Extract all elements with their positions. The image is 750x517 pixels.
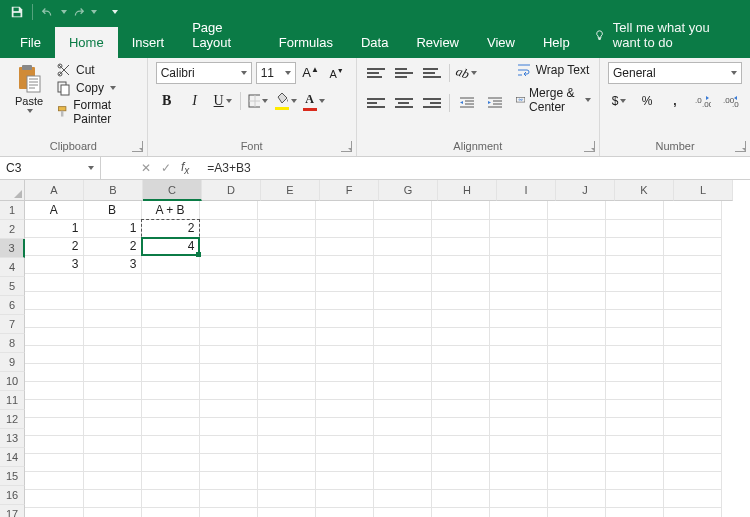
cell[interactable] bbox=[431, 363, 489, 381]
cell[interactable] bbox=[547, 507, 605, 517]
decrease-indent-button[interactable] bbox=[456, 92, 478, 114]
font-name-select[interactable]: Calibri bbox=[156, 62, 252, 84]
cell[interactable] bbox=[431, 381, 489, 399]
column-header[interactable]: A bbox=[25, 180, 84, 201]
cell[interactable] bbox=[25, 435, 83, 453]
cell[interactable] bbox=[315, 471, 373, 489]
comma-format-button[interactable]: , bbox=[664, 90, 686, 112]
cell[interactable] bbox=[663, 345, 721, 363]
cell[interactable] bbox=[663, 435, 721, 453]
cell[interactable] bbox=[199, 309, 257, 327]
cell[interactable] bbox=[489, 345, 547, 363]
cell[interactable] bbox=[547, 363, 605, 381]
cell[interactable] bbox=[83, 489, 141, 507]
cell[interactable] bbox=[25, 309, 83, 327]
cell[interactable] bbox=[257, 219, 315, 237]
bold-button[interactable]: B bbox=[156, 90, 178, 112]
cell[interactable] bbox=[489, 255, 547, 273]
cell[interactable] bbox=[83, 327, 141, 345]
cell[interactable] bbox=[257, 399, 315, 417]
cell[interactable] bbox=[489, 471, 547, 489]
cell[interactable]: 3 bbox=[25, 255, 83, 273]
cell[interactable] bbox=[141, 489, 199, 507]
cell[interactable] bbox=[257, 381, 315, 399]
cell[interactable] bbox=[547, 435, 605, 453]
cell[interactable] bbox=[199, 291, 257, 309]
cell[interactable] bbox=[257, 273, 315, 291]
cell[interactable] bbox=[431, 327, 489, 345]
tab-review[interactable]: Review bbox=[402, 27, 473, 58]
cell[interactable] bbox=[547, 201, 605, 219]
cell[interactable] bbox=[315, 417, 373, 435]
cell[interactable]: 2 bbox=[25, 237, 83, 255]
cell[interactable] bbox=[141, 435, 199, 453]
cell[interactable] bbox=[605, 327, 663, 345]
cell[interactable] bbox=[431, 273, 489, 291]
cell[interactable] bbox=[25, 291, 83, 309]
cell[interactable] bbox=[605, 399, 663, 417]
cell[interactable] bbox=[605, 471, 663, 489]
cell[interactable] bbox=[605, 363, 663, 381]
column-header[interactable]: K bbox=[615, 180, 674, 201]
increase-font-button[interactable]: A▲ bbox=[300, 62, 322, 84]
cell[interactable] bbox=[489, 381, 547, 399]
cell[interactable] bbox=[83, 345, 141, 363]
cell[interactable] bbox=[431, 471, 489, 489]
align-left-button[interactable] bbox=[365, 92, 387, 114]
cell[interactable] bbox=[257, 291, 315, 309]
cell[interactable] bbox=[373, 399, 431, 417]
cell[interactable] bbox=[489, 507, 547, 517]
cell[interactable] bbox=[83, 471, 141, 489]
name-box[interactable]: C3 bbox=[0, 157, 101, 180]
cell[interactable] bbox=[547, 489, 605, 507]
tab-home[interactable]: Home bbox=[55, 27, 118, 58]
row-header[interactable]: 2 bbox=[0, 220, 25, 239]
cell[interactable] bbox=[199, 435, 257, 453]
cell[interactable] bbox=[315, 255, 373, 273]
cell[interactable] bbox=[431, 237, 489, 255]
cell[interactable] bbox=[605, 291, 663, 309]
cell-grid[interactable]: ABA + B11222433 bbox=[25, 201, 733, 517]
cell[interactable] bbox=[83, 435, 141, 453]
cell[interactable] bbox=[257, 507, 315, 517]
cell[interactable] bbox=[663, 255, 721, 273]
cell[interactable] bbox=[663, 201, 721, 219]
cell[interactable] bbox=[663, 507, 721, 517]
tab-file[interactable]: File bbox=[6, 27, 55, 58]
cell[interactable] bbox=[373, 453, 431, 471]
tell-me[interactable]: Tell me what you want to do bbox=[584, 12, 750, 58]
cell[interactable] bbox=[199, 273, 257, 291]
cell[interactable] bbox=[257, 327, 315, 345]
cell[interactable] bbox=[373, 219, 431, 237]
row-header[interactable]: 7 bbox=[0, 315, 25, 334]
cell[interactable] bbox=[547, 471, 605, 489]
cell[interactable] bbox=[431, 453, 489, 471]
row-header[interactable]: 10 bbox=[0, 372, 25, 391]
cell[interactable] bbox=[199, 489, 257, 507]
tab-help[interactable]: Help bbox=[529, 27, 584, 58]
wrap-text-button[interactable]: Wrap Text bbox=[516, 62, 591, 78]
cell[interactable] bbox=[141, 453, 199, 471]
cell[interactable] bbox=[257, 345, 315, 363]
cell[interactable] bbox=[199, 363, 257, 381]
column-header[interactable]: L bbox=[674, 180, 733, 201]
cell[interactable] bbox=[141, 363, 199, 381]
undo-icon[interactable] bbox=[37, 1, 59, 23]
cell[interactable] bbox=[199, 417, 257, 435]
cell[interactable] bbox=[489, 399, 547, 417]
cell[interactable] bbox=[257, 363, 315, 381]
column-header[interactable]: G bbox=[379, 180, 438, 201]
cell[interactable] bbox=[83, 291, 141, 309]
cell[interactable] bbox=[25, 345, 83, 363]
cell[interactable] bbox=[257, 309, 315, 327]
fill-color-button[interactable] bbox=[275, 90, 297, 112]
cell[interactable] bbox=[25, 381, 83, 399]
cell[interactable] bbox=[663, 471, 721, 489]
tab-formulas[interactable]: Formulas bbox=[265, 27, 347, 58]
paste-button[interactable]: Paste bbox=[8, 62, 50, 115]
cell[interactable] bbox=[315, 219, 373, 237]
cell[interactable] bbox=[547, 291, 605, 309]
cell[interactable] bbox=[25, 489, 83, 507]
cell[interactable] bbox=[605, 345, 663, 363]
cell[interactable] bbox=[25, 417, 83, 435]
